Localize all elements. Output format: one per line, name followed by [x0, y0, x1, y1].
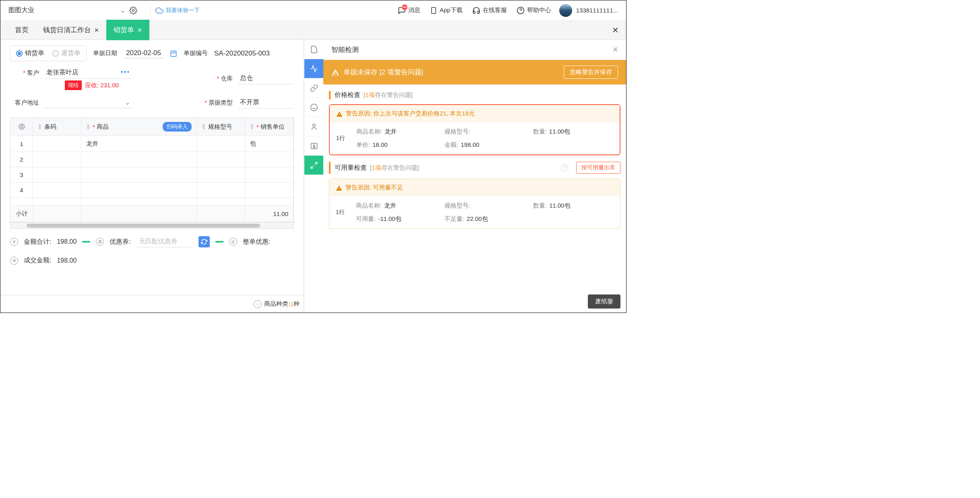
- close-icon[interactable]: ✕: [94, 27, 99, 33]
- col-settings[interactable]: [10, 118, 33, 136]
- date-label: 单据日期: [93, 49, 117, 57]
- table-row[interactable]: 3: [10, 167, 294, 183]
- app-download-link[interactable]: App下载: [430, 6, 463, 14]
- coupon-label: 优惠券:: [110, 238, 130, 246]
- horizontal-scrollbar[interactable]: [10, 222, 294, 229]
- row-label: 1行: [336, 202, 356, 223]
- col-spec[interactable]: ▲▼规格型号: [197, 118, 245, 136]
- messages-link[interactable]: ••• 消息: [398, 6, 420, 14]
- radio-sales[interactable]: 销货单: [16, 49, 44, 58]
- invoice-label: *票据类型: [204, 99, 233, 107]
- help-link[interactable]: 帮助中心: [517, 6, 551, 14]
- table-row[interactable]: [10, 198, 294, 206]
- docno-value: SA-20200205-003: [214, 49, 270, 58]
- customer-input[interactable]: 老张茶叶店 •••: [44, 67, 132, 79]
- company-name: 图图大业: [8, 6, 34, 14]
- table-row[interactable]: 2: [10, 152, 294, 167]
- discount-icon: ⊘: [229, 238, 237, 246]
- table-row[interactable]: 4: [10, 183, 294, 198]
- rail-chart-icon[interactable]: [304, 59, 324, 78]
- kind-count: 1: [290, 300, 294, 307]
- date-input[interactable]: 2020-02-05: [124, 48, 163, 58]
- radio-return[interactable]: 退货单: [52, 49, 81, 58]
- price-check-sub: [1项存在警告问题]: [364, 91, 413, 99]
- address-input[interactable]: ⌄: [44, 97, 132, 108]
- rail-yen-icon[interactable]: [304, 136, 324, 156]
- yen-icon: ¥: [10, 238, 18, 246]
- headset-icon: [472, 6, 480, 14]
- coupon-icon: 券: [96, 238, 104, 246]
- help-icon[interactable]: ?: [561, 164, 568, 171]
- try-text: 我要体验一下: [166, 7, 200, 14]
- doc-type-radio-group: 销货单 退货单: [10, 45, 87, 61]
- rail-doc-icon[interactable]: [304, 40, 324, 59]
- price-check-title: 价格检查: [335, 91, 360, 99]
- deal-label: 成交金额:: [24, 256, 51, 265]
- items-table: ▲▼条码 ▲▼*商品扫码录入 ▲▼规格型号 ▲▼*销售单位 1 龙井 包 2 3…: [10, 117, 294, 222]
- rail-currency-icon[interactable]: [304, 98, 324, 117]
- rail-user-icon[interactable]: [304, 117, 324, 136]
- calendar-icon[interactable]: [170, 49, 177, 57]
- table-row[interactable]: 1 龙井 包: [10, 136, 294, 152]
- settings-icon[interactable]: [129, 6, 137, 14]
- scan-button[interactable]: 扫码录入: [163, 122, 192, 132]
- close-all-icon[interactable]: ✕: [612, 25, 619, 35]
- app-download-label: App下载: [440, 6, 463, 14]
- close-icon[interactable]: ✕: [137, 27, 142, 33]
- warning-icon: [331, 68, 339, 76]
- trash-button[interactable]: 废纸篓: [588, 294, 620, 309]
- notification-badge: •••: [402, 4, 407, 10]
- help-icon: [517, 6, 525, 14]
- warn2-text: 警告原因: 可用量不足: [345, 184, 403, 191]
- warning-icon: [336, 184, 342, 191]
- tab-workbench[interactable]: 钱货日清工作台✕: [36, 20, 106, 40]
- company-selector[interactable]: 图图大业 ⌄: [8, 6, 129, 14]
- subtotal-row: 小计 11.00: [10, 206, 294, 222]
- banner-text: 单据未保存 [2 项警告问题]: [343, 68, 423, 77]
- side-rail: [304, 40, 323, 313]
- docno-label: 单据编号: [184, 49, 208, 57]
- more-icon[interactable]: •••: [121, 68, 130, 77]
- svg-line-14: [311, 166, 314, 168]
- avatar[interactable]: [559, 4, 572, 17]
- tab-home[interactable]: 首页: [8, 20, 36, 40]
- deal-icon: ⊚: [10, 257, 18, 265]
- support-link[interactable]: 在线客服: [472, 6, 507, 14]
- svg-point-9: [21, 126, 23, 128]
- kind-icon: ○: [254, 300, 262, 308]
- footer-bar: ○ 商品种类: 1 种: [0, 295, 304, 313]
- avail-check-title: 可用量检查: [335, 164, 367, 172]
- kind-suffix: 种: [294, 300, 300, 308]
- warning-banner: 单据未保存 [2 项警告问题] 忽略警告并保存: [323, 60, 626, 84]
- chevron-down-icon: ⌄: [120, 6, 125, 14]
- order-discount-label: 整单优惠:: [243, 238, 270, 246]
- rail-link-icon[interactable]: [304, 78, 324, 98]
- rail-expand-icon[interactable]: [304, 156, 324, 175]
- tab-sales-order[interactable]: 销货单✕: [106, 20, 149, 40]
- coupon-input[interactable]: 无匹配优惠券: [136, 236, 193, 247]
- col-unit[interactable]: ▲▼*销售单位: [245, 118, 294, 136]
- svg-point-10: [311, 104, 318, 111]
- ship-by-avail-button[interactable]: 按可用量出库: [576, 162, 620, 174]
- warehouse-input[interactable]: 总仓: [238, 72, 294, 84]
- refresh-button[interactable]: [198, 236, 210, 247]
- svg-line-13: [315, 162, 317, 165]
- help-label: 帮助中心: [527, 6, 551, 14]
- try-link[interactable]: 我要体验一下: [155, 6, 200, 14]
- detection-title: 智能检测: [331, 45, 359, 54]
- warning-icon: [336, 110, 343, 117]
- svg-point-11: [313, 124, 316, 127]
- price-warning-box: 警告原因: 你上次与该客户交易价格21, 本次18元 1行 商品名称:龙井 规格…: [329, 104, 620, 155]
- username[interactable]: 13381111111...: [576, 7, 618, 14]
- divider: [150, 6, 151, 15]
- minus-icon: [82, 241, 90, 243]
- settle-tag: 现结: [65, 80, 82, 90]
- cloud-icon: [155, 6, 163, 14]
- phone-icon: [430, 6, 437, 14]
- close-icon[interactable]: ✕: [612, 45, 618, 54]
- invoice-input[interactable]: 不开票: [238, 97, 294, 109]
- ignore-save-button[interactable]: 忽略警告并保存: [564, 66, 618, 79]
- col-product[interactable]: ▲▼*商品扫码录入: [81, 118, 197, 136]
- col-barcode[interactable]: ▲▼条码: [33, 118, 81, 136]
- chevron-down-icon: ⌄: [125, 99, 130, 106]
